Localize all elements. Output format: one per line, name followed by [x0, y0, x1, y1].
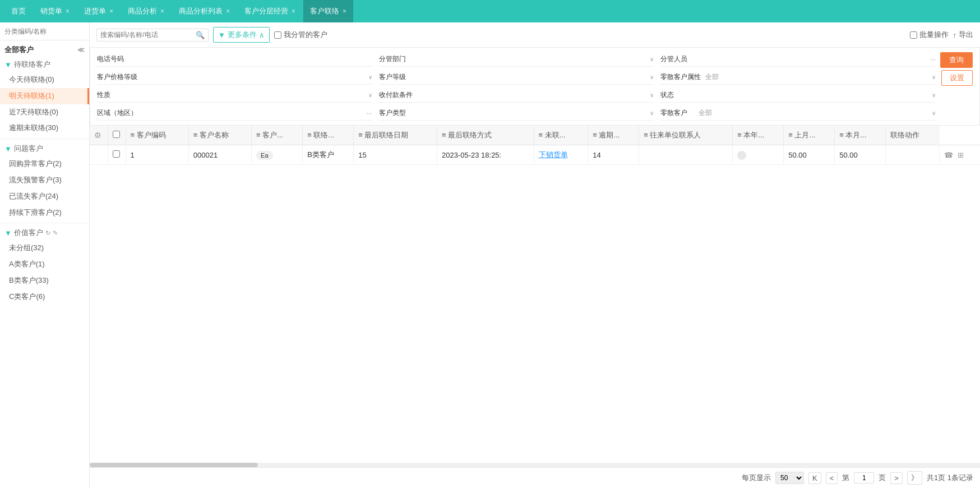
page-size-select[interactable]: 50 100 200: [775, 472, 804, 484]
filter-retail-attr-value[interactable]: 全部: [705, 72, 930, 82]
filter-customer-level: 客户等级 ∨: [379, 70, 654, 85]
filter-customer-level-arrow: ∨: [650, 74, 654, 80]
col-action-label: 联络动作: [890, 131, 919, 139]
nav-sales-close[interactable]: ×: [66, 7, 70, 15]
filter-manager-dots[interactable]: ···: [930, 56, 936, 63]
my-customer-checkbox-wrap[interactable]: 我分管的客户: [274, 30, 327, 40]
action-grid-icon[interactable]: ⊞: [958, 151, 964, 159]
filter-phone-label: 电话号码: [97, 54, 131, 64]
query-button[interactable]: 查询: [940, 52, 973, 68]
search-icon[interactable]: 🔍: [196, 31, 205, 39]
nav-customer-contact-close[interactable]: ×: [343, 7, 346, 15]
content-area: 🔍 ▼ 更多条件 ∧ 我分管的客户 批量操作 ↑ 导出: [90, 22, 980, 488]
nav-customer-contact[interactable]: 客户联络 ×: [303, 0, 353, 22]
row-select-checkbox[interactable]: [113, 150, 120, 158]
table-body: 1 000021 Ea B类客户 15 2023-05-23 18:25: 下销…: [90, 145, 980, 165]
col-last-method-label: ≡ 最后联络方式: [442, 131, 492, 139]
nav-product-analysis-close[interactable]: ×: [160, 7, 164, 15]
col-this-month-label: ≡ 本月...: [839, 131, 866, 139]
set-button[interactable]: 设置: [941, 70, 973, 86]
search-input[interactable]: [100, 31, 196, 39]
row-last-method[interactable]: 下销货单: [534, 145, 588, 165]
top-nav: 首页 销货单 × 进货单 × 商品分析 × 商品分析列表 × 客户分层经营 × …: [0, 0, 980, 22]
col-category: ≡ 客户...: [252, 126, 303, 145]
prev-page-button[interactable]: <: [826, 472, 838, 484]
filter-price-level: 客户价格等级 ∨: [97, 70, 372, 85]
sidebar-group-value-icon1[interactable]: ↻: [45, 229, 50, 237]
select-all-checkbox[interactable]: [113, 131, 120, 138]
filter-region-label: 区域（地区）: [97, 108, 137, 118]
total-records-label: 共1页 1条记录: [927, 473, 973, 483]
nav-product-list-close[interactable]: ×: [226, 7, 230, 15]
action-call-icon[interactable]: ☎: [944, 151, 953, 159]
col-checkbox[interactable]: [108, 126, 126, 145]
sidebar-item-churn-warning[interactable]: 流失预警客户(3): [0, 172, 89, 188]
sidebar-collapse-icon[interactable]: ≪: [77, 46, 85, 54]
col-name: ≡ 客户名称: [188, 126, 251, 145]
scrollbar-thumb[interactable]: [90, 463, 258, 467]
nav-sales-label: 销货单: [40, 6, 62, 16]
last-method-link[interactable]: 下销货单: [539, 150, 568, 159]
nav-product-analysis[interactable]: 商品分析 ×: [121, 0, 171, 22]
row-index: 1: [126, 145, 188, 165]
sidebar-item-overdue[interactable]: 逾期未联络(30): [0, 120, 89, 136]
nav-customer-layered-close[interactable]: ×: [292, 7, 295, 15]
sidebar-item-declining[interactable]: 持续下滑客户(2): [0, 205, 89, 221]
filter-nature-arrow: ∨: [368, 92, 372, 98]
first-page-button[interactable]: K: [808, 472, 821, 484]
col-category-label: ≡ 客户...: [256, 131, 283, 139]
nav-sales[interactable]: 销货单 ×: [34, 0, 76, 22]
search-input-wrap: 🔍: [96, 29, 209, 42]
nav-product-list[interactable]: 商品分析列表 ×: [172, 0, 237, 22]
batch-button[interactable]: 批量操作: [910, 30, 949, 40]
row-this-year: 50.00: [784, 145, 835, 165]
row-checkbox[interactable]: [108, 145, 126, 165]
sidebar-item-ungrouped[interactable]: 未分组(32): [0, 240, 89, 256]
sidebar-item-repurchase-abnormal[interactable]: 回购异常客户(2): [0, 156, 89, 172]
sidebar-item-7days[interactable]: 近7天待联络(0): [0, 104, 89, 121]
sidebar-group-value[interactable]: ▼ 价值客户 ↻ ✎: [0, 225, 89, 240]
nav-purchase[interactable]: 进货单 ×: [77, 0, 120, 22]
more-filter-button[interactable]: ▼ 更多条件 ∧: [213, 27, 270, 43]
filter-action-col: 查询 设置: [936, 52, 973, 121]
col-gear[interactable]: ⚙: [90, 126, 108, 145]
search-bar-right: 批量操作 ↑ 导出: [910, 30, 974, 40]
row-gear: [90, 145, 108, 165]
row-action[interactable]: ☎ ⊞: [940, 145, 980, 165]
col-last-month: ≡ 上月...: [784, 126, 835, 145]
batch-checkbox[interactable]: [910, 31, 917, 39]
sidebar-group-value-icon2[interactable]: ✎: [53, 229, 58, 237]
sidebar-item-classA[interactable]: A类客户(1): [0, 256, 89, 273]
gear-icon[interactable]: ⚙: [94, 131, 101, 140]
sidebar-item-classB[interactable]: B类客户(33): [0, 273, 89, 289]
last-page-button[interactable]: 》: [907, 471, 922, 485]
nav-home[interactable]: 首页: [4, 0, 33, 22]
sidebar-group-problem-label: 问题客户: [14, 144, 43, 154]
page-input[interactable]: [854, 472, 874, 484]
col-not-contact-label: ≡ 未联...: [539, 131, 566, 139]
filter-region-dots[interactable]: ···: [367, 109, 372, 117]
nav-customer-layered-label: 客户分层经营: [244, 6, 288, 16]
filter-manager-label: 分管人员: [660, 54, 694, 64]
sidebar-item-churned[interactable]: 已流失客户(24): [0, 188, 89, 205]
sidebar-item-classC[interactable]: C类客户(6): [0, 289, 89, 305]
nav-purchase-close[interactable]: ×: [109, 7, 113, 15]
sidebar-group-problem-arrow: ▼: [4, 145, 12, 153]
sidebar-search-input[interactable]: [4, 27, 89, 35]
nav-customer-layered[interactable]: 客户分层经营 ×: [238, 0, 302, 22]
filter-customer-type-label: 客户类型: [379, 108, 413, 118]
sidebar-item-tomorrow[interactable]: 明天待联络(1): [0, 88, 89, 104]
page-label: 第: [842, 473, 849, 483]
row-name: Ea: [252, 145, 303, 165]
sidebar-item-today[interactable]: 今天待联络(0): [0, 72, 89, 88]
my-customer-checkbox[interactable]: [274, 31, 281, 39]
nav-product-list-label: 商品分析列表: [179, 6, 223, 16]
export-label: 导出: [959, 30, 973, 40]
sidebar-group-pending[interactable]: ▼ 待联络客户: [0, 57, 89, 72]
sidebar-group-problem[interactable]: ▼ 问题客户: [0, 141, 89, 156]
horizontal-scrollbar[interactable]: [90, 463, 980, 467]
export-button[interactable]: ↑ 导出: [953, 30, 974, 40]
next-page-button[interactable]: >: [890, 472, 903, 484]
col-name-label: ≡ 客户名称: [193, 131, 229, 139]
filter-retail-customer-value[interactable]: 全部: [699, 108, 930, 118]
